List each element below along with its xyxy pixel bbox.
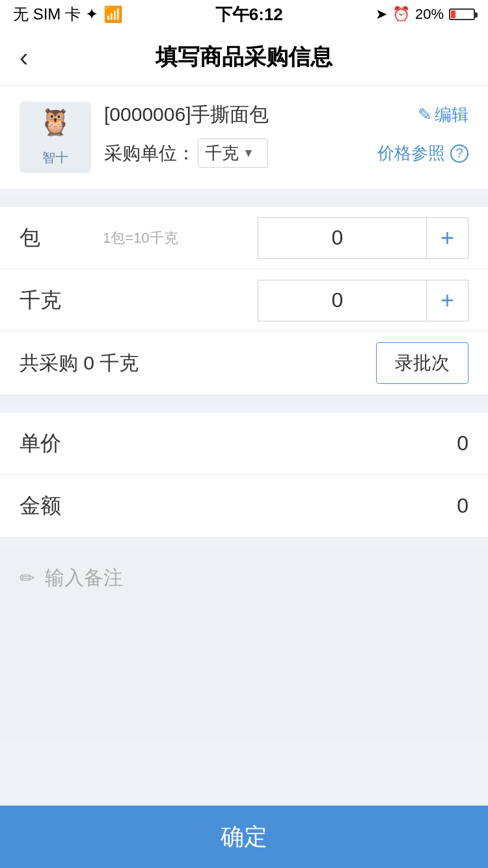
amount-label: 金额	[20, 492, 61, 521]
edit-icon: ✎	[418, 105, 432, 125]
location-icon: ➤	[375, 6, 387, 23]
input-section: 包 1包=10千克 + 千克 +	[0, 207, 488, 332]
sim-status: 无 SIM 卡 ✦	[13, 4, 98, 25]
unit-price-row: 单价 0	[0, 413, 488, 475]
confirm-button[interactable]: 确定	[221, 821, 267, 853]
bag-input-right: +	[258, 217, 468, 259]
price-info-section: 单价 0 金额 0	[0, 413, 488, 537]
product-name: [0000006]手撕面包	[104, 102, 269, 128]
nav-bar: ‹ 填写商品采购信息	[0, 29, 488, 86]
product-logo: 🦉智十	[39, 106, 72, 169]
section-divider-2	[0, 394, 488, 405]
bag-input-row: 包 1包=10千克 +	[0, 207, 488, 269]
price-ref-button[interactable]: 价格参照 ?	[377, 142, 468, 165]
status-left: 无 SIM 卡 ✦ 📶	[13, 4, 123, 25]
remark-input-area[interactable]: ✏ 输入备注	[20, 565, 468, 591]
wifi-icon: 📶	[103, 5, 123, 23]
bag-sub-label: 1包=10千克	[103, 228, 178, 248]
kg-plus-button[interactable]: +	[427, 280, 468, 321]
chevron-down-icon: ▼	[243, 146, 254, 160]
product-info: [0000006]手撕面包 ✎ 编辑 采购单位： 千克 ▼ 价格参照 ?	[104, 102, 468, 168]
battery-icon	[449, 8, 475, 20]
kg-input-row: 千克 +	[0, 269, 488, 332]
pencil-icon: ✏	[20, 567, 34, 589]
summary-text: 共采购 0 千克	[20, 350, 139, 377]
batch-button[interactable]: 录批次	[376, 342, 468, 384]
help-icon: ?	[450, 144, 468, 163]
purchase-unit-row: 采购单位： 千克 ▼ 价格参照 ?	[104, 139, 468, 168]
bottom-spacer	[0, 740, 488, 803]
bag-quantity-input[interactable]	[258, 217, 427, 259]
edit-button[interactable]: ✎ 编辑	[418, 103, 468, 126]
battery-percent: 20%	[415, 6, 444, 23]
amount-value: 0	[457, 494, 468, 518]
status-bar: 无 SIM 卡 ✦ 📶 下午6:12 ➤ ⏰ 20%	[0, 0, 488, 29]
unit-select[interactable]: 千克 ▼	[198, 139, 268, 168]
confirm-bar[interactable]: 确定	[0, 806, 488, 868]
status-right: ➤ ⏰ 20%	[375, 6, 475, 23]
product-image: 🦉智十	[20, 102, 91, 173]
kg-quantity-input[interactable]	[258, 280, 427, 321]
unit-price-label: 单价	[20, 429, 61, 458]
amount-row: 金额 0	[0, 475, 488, 537]
section-divider-1	[0, 197, 488, 207]
remark-section: ✏ 输入备注	[0, 545, 488, 740]
kg-input-right: +	[258, 280, 468, 321]
bag-label: 包	[20, 224, 98, 252]
remark-placeholder[interactable]: 输入备注	[45, 565, 123, 591]
summary-row: 共采购 0 千克 录批次	[0, 332, 488, 394]
back-button[interactable]: ‹	[20, 44, 28, 70]
page-title: 填写商品采购信息	[156, 42, 332, 72]
kg-label: 千克	[20, 286, 98, 315]
unit-price-value: 0	[457, 431, 468, 455]
status-time: 下午6:12	[215, 3, 283, 26]
product-card: 🦉智十 [0000006]手撕面包 ✎ 编辑 采购单位： 千克 ▼ 价格参照 ?	[0, 86, 488, 189]
bag-plus-button[interactable]: +	[427, 217, 468, 259]
purchase-unit-label: 采购单位：	[104, 141, 195, 166]
product-name-row: [0000006]手撕面包 ✎ 编辑	[104, 102, 468, 128]
alarm-icon: ⏰	[392, 6, 410, 23]
